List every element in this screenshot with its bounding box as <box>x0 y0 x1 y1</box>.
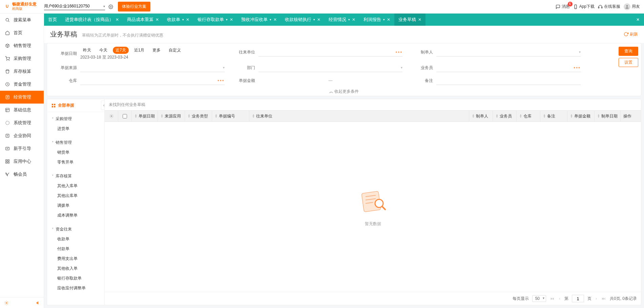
settings-button[interactable]: 设置 <box>619 58 638 67</box>
collapse-nav-icon[interactable] <box>35 300 40 305</box>
close-tab-icon[interactable]: ✕ <box>317 17 320 22</box>
page-prev-icon[interactable]: ‹ <box>558 296 561 301</box>
category-group[interactable]: ˅销售管理 <box>47 138 104 148</box>
collapse-side-button[interactable]: « <box>101 101 104 110</box>
category-leaf[interactable]: 销货单 <box>47 148 104 157</box>
th[interactable]: ▲▼单据日期 <box>132 111 158 122</box>
gear-icon[interactable] <box>107 3 115 10</box>
th[interactable]: ▲▼单据金额 <box>567 111 595 122</box>
page-last-icon[interactable]: ⏭ <box>601 296 606 301</box>
close-tab-icon[interactable]: ✕ <box>273 17 277 22</box>
category-leaf[interactable]: 进货单 <box>47 124 104 134</box>
category-leaf[interactable]: 应收应付调整单 <box>47 283 104 293</box>
category-group[interactable]: ˅资金往来 <box>47 224 104 234</box>
creator-select[interactable]: ▾ <box>436 48 581 57</box>
per-page-select[interactable]: 50 <box>532 295 546 302</box>
close-tab-icon[interactable]: ✕ <box>186 17 189 22</box>
category-leaf[interactable]: 零售开单 <box>47 157 104 167</box>
close-all-tabs-icon[interactable]: ✕ <box>632 14 644 26</box>
leftnav-item[interactable]: 首页 <box>0 26 44 39</box>
leftnav-item[interactable]: 新手引导 <box>0 142 44 155</box>
workspace-tab[interactable]: 商品成本重算✕ <box>123 14 163 26</box>
search-button[interactable]: 查询 <box>619 47 638 56</box>
collapse-filters-button[interactable]: ︽ 收起更多条件 <box>315 87 373 96</box>
workspace-tab[interactable]: 收款单▾✕ <box>163 14 193 26</box>
close-tab-icon[interactable]: ✕ <box>155 17 159 22</box>
th[interactable]: ▲▼业务员 <box>493 111 517 122</box>
th[interactable]: ▲▼往来单位 <box>249 111 469 122</box>
online-service-button[interactable]: 在线客服 <box>598 4 620 9</box>
workspace-tab[interactable]: 业务草稿✕ <box>394 14 425 26</box>
select-all-checkbox[interactable] <box>123 114 127 118</box>
leftnav-item[interactable]: 经营管理 <box>0 91 44 104</box>
dept-select[interactable]: ▾ <box>258 63 403 72</box>
workspace-tab[interactable]: 经营情况▾✕ <box>325 14 359 26</box>
quick-last7[interactable]: 近7天 <box>113 47 129 54</box>
th-checkbox[interactable] <box>118 111 132 122</box>
quick-month[interactable]: 近1月 <box>131 47 147 54</box>
workspace-tab[interactable]: 银行存取款单▾✕ <box>193 14 237 26</box>
leftnav-item[interactable]: 库存核算 <box>0 65 44 78</box>
warehouse-select[interactable]: ••• <box>80 76 225 85</box>
quick-more[interactable]: 更多 <box>150 47 163 54</box>
category-group[interactable]: ˅采购管理 <box>47 114 104 124</box>
th[interactable]: ▲▼制单人 <box>469 111 493 122</box>
partner-select[interactable]: ••• <box>258 48 403 57</box>
page-input[interactable] <box>572 295 584 302</box>
category-leaf[interactable]: 调拨单 <box>47 201 104 211</box>
category-leaf[interactable]: 其他出库单 <box>47 191 104 201</box>
close-tab-icon[interactable]: ✕ <box>418 17 421 22</box>
page-next-icon[interactable]: › <box>595 296 598 301</box>
workspace-tab[interactable]: 收款核销执行▾✕ <box>281 14 325 26</box>
th[interactable]: 操作 <box>621 111 641 122</box>
close-tab-icon[interactable]: ✕ <box>387 17 390 22</box>
leftnav-item[interactable]: 资金管理 <box>0 78 44 91</box>
tenant-selector[interactable]: 用户690企业1660120750 ▾ <box>44 3 105 10</box>
remark-input[interactable] <box>436 76 581 85</box>
quick-custom[interactable]: 自定义 <box>166 47 184 54</box>
close-tab-icon[interactable]: ✕ <box>116 17 119 22</box>
workspace-tab[interactable]: 进货单统计表（按商品）✕ <box>61 14 123 26</box>
close-tab-icon[interactable]: ✕ <box>230 17 233 22</box>
settings-footer-icon[interactable] <box>4 300 9 305</box>
quick-yesterday[interactable]: 昨天 <box>80 47 94 54</box>
category-leaf[interactable]: 付款单 <box>47 244 104 254</box>
page-first-icon[interactable]: ⏮ <box>549 296 555 301</box>
category-group[interactable]: ˅库存核算 <box>47 171 104 181</box>
leftnav-item[interactable]: 企业协同 <box>0 129 44 142</box>
leftnav-label: 采购管理 <box>14 56 31 62</box>
leftnav-item[interactable]: 采购管理 <box>0 52 44 65</box>
th[interactable]: ▲▼仓库 <box>517 111 540 122</box>
category-leaf[interactable]: 其他入库单 <box>47 181 104 191</box>
close-tab-icon[interactable]: ✕ <box>352 17 355 22</box>
workspace-tab[interactable]: 首页 <box>44 14 61 26</box>
category-leaf[interactable]: 其他收入单 <box>47 264 104 273</box>
leftnav-item[interactable]: 畅会员 <box>0 168 44 181</box>
th[interactable]: ▲▼制单日期 <box>595 111 621 122</box>
try-industry-button[interactable]: 体验行业方案 <box>118 2 150 12</box>
leftnav-item[interactable]: 系统管理 <box>0 116 44 129</box>
category-leaf[interactable]: 收款单 <box>47 234 104 244</box>
source-select[interactable]: ▾ <box>80 63 225 72</box>
category-leaf[interactable]: 成本调整单 <box>47 211 104 220</box>
th[interactable]: ▲▼业务类型 <box>185 111 212 122</box>
leftnav-item[interactable]: 应用中心 <box>0 155 44 168</box>
app-download-button[interactable]: App下载 <box>573 4 595 9</box>
workspace-tab[interactable]: 预收冲应收单▾✕ <box>237 14 281 26</box>
leftnav-item[interactable]: 搜索菜单 <box>0 14 44 26</box>
bizman-select[interactable]: ••• <box>436 63 581 72</box>
th[interactable]: ▲▼单据编号 <box>212 111 249 122</box>
user-menu[interactable]: 用友 <box>624 3 640 10</box>
leftnav-item[interactable]: 基础信息 <box>0 104 44 116</box>
category-title[interactable]: 全部单据 <box>47 99 104 112</box>
category-leaf[interactable]: 费用支出单 <box>47 254 104 264</box>
category-leaf[interactable]: 银行存取款单 <box>47 273 104 283</box>
workspace-tab[interactable]: 利润报告▾✕ <box>359 14 394 26</box>
refresh-button[interactable]: 刷新 <box>624 31 638 37</box>
th[interactable]: ▲▼来源应用 <box>158 111 185 122</box>
messages-button[interactable]: 消息 6 <box>556 4 570 9</box>
th[interactable]: ▲▼备注 <box>540 111 567 122</box>
th-settings[interactable] <box>105 111 118 122</box>
leftnav-item[interactable]: 销售管理 <box>0 39 44 52</box>
quick-today[interactable]: 今天 <box>97 47 110 54</box>
